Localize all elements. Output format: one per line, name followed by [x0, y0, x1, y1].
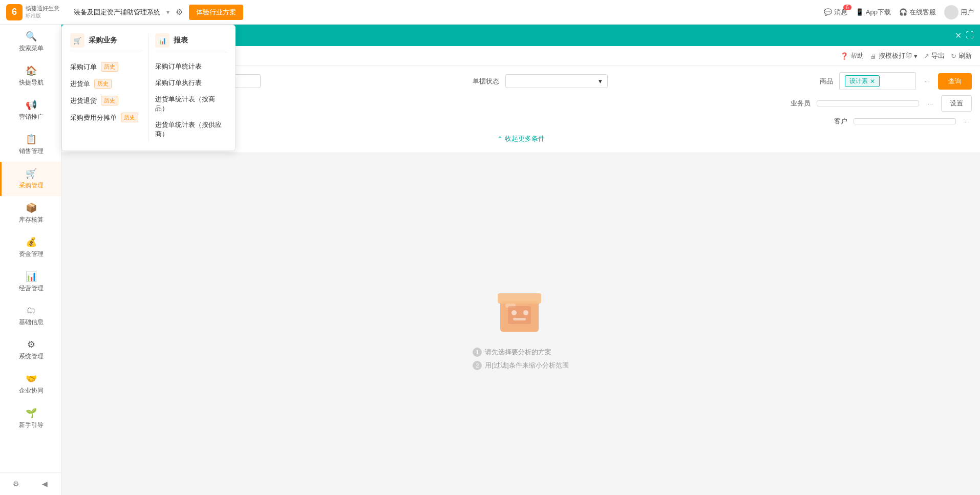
help-button[interactable]: ❓ 帮助 [840, 51, 864, 60]
salesman-more-btn[interactable]: ··· [925, 100, 935, 107]
basic-icon: 🗂 [27, 305, 36, 316]
tab-close-window-icon[interactable]: ✕ [955, 31, 962, 40]
topbar-settings-icon[interactable]: ⚙ [176, 7, 183, 17]
customer-label: 客户 [834, 117, 847, 126]
empty-state: 1 请先选择要分析的方案 2 用[过滤]条件来缩小分析范围 [473, 278, 568, 370]
purchase-col-title: 采购业务 [89, 36, 117, 45]
avatar [944, 5, 958, 19]
print-dropdown-icon[interactable]: ▾ [914, 52, 918, 60]
menu-item-purchase-order[interactable]: 采购订单 历史 [70, 58, 142, 75]
goods-tag-remove[interactable]: ✕ [870, 78, 875, 85]
finance-icon: 💰 [26, 236, 37, 248]
print-icon: 🖨 [870, 52, 877, 60]
sidebar-item-quick-nav[interactable]: 🏠 快捷导航 [0, 59, 61, 93]
tab-maximize-icon[interactable]: ⛶ [966, 31, 974, 40]
messages-button[interactable]: 💬 消息 6 [824, 8, 847, 17]
purchase-dropdown-menu: 🛒 采购业务 采购订单 历史 进货单 历史 进货退货 历史 采购费用分摊单 历史 [61, 25, 236, 151]
menu-item-goods-return[interactable]: 进货退货 历史 [70, 92, 142, 109]
empty-text: 1 请先选择要分析的方案 2 用[过滤]条件来缩小分析范围 [473, 348, 568, 370]
enterprise-icon: 🤝 [26, 373, 37, 384]
history-badge-0: 历史 [101, 62, 118, 72]
sidebar-item-marketing[interactable]: 📢 营销推广 [0, 93, 61, 127]
svg-rect-1 [498, 293, 541, 304]
settings-button[interactable]: 设置 [941, 95, 972, 112]
sidebar-item-inventory[interactable]: 📦 库存核算 [0, 196, 61, 230]
history-badge-2: 历史 [101, 96, 118, 105]
top-middle: 装备及固定资产辅助管理系统 ▾ ⚙ 体验行业方案 [68, 5, 824, 20]
report-col-title: 报表 [174, 36, 188, 45]
salesman-input[interactable] [817, 100, 919, 106]
report-col-icon: 📊 [155, 33, 169, 48]
sidebar-collapse-button[interactable]: ◀ [33, 477, 57, 491]
sidebar-item-finance[interactable]: 💰 资金管理 [0, 230, 61, 265]
goods-tag: 设计素 ✕ [845, 75, 880, 87]
menu-item-purchase-expense[interactable]: 采购费用分摊单 历史 [70, 109, 142, 126]
menu-item-purchase-order-exec[interactable]: 采购订单执行表 [155, 75, 227, 91]
salesman-label: 业务员 [791, 99, 811, 108]
order-status-dropdown-icon: ▾ [599, 77, 602, 85]
customer-more-btn[interactable]: ··· [962, 118, 972, 125]
app-download-button[interactable]: 📱 App下载 [856, 8, 891, 17]
phone-icon: 📱 [856, 8, 864, 16]
sidebar: 🔍 搜索菜单 🏠 快捷导航 📢 营销推广 📋 销售管理 🛒 采购管理 📦 [0, 25, 61, 495]
customer-input[interactable] [854, 118, 956, 124]
logo-area: 6 畅捷通好生意 标准版 [6, 4, 68, 20]
svg-rect-3 [508, 306, 531, 324]
sidebar-item-sales[interactable]: 📋 销售管理 [0, 127, 61, 162]
purchase-col: 🛒 采购业务 采购订单 历史 进货单 历史 进货退货 历史 采购费用分摊单 历史 [70, 33, 142, 142]
top-right: 💬 消息 6 📱 App下载 🎧 在线客服 用户 [824, 5, 974, 19]
logo-text: 畅捷通好生意 [26, 5, 59, 12]
online-service-button[interactable]: 🎧 在线客服 [899, 8, 936, 17]
logo-sub: 标准版 [26, 12, 59, 19]
export-icon: ↗ [924, 52, 929, 60]
empty-hint-1: 1 请先选择要分析的方案 [473, 348, 568, 357]
sidebar-item-purchase[interactable]: 🛒 采购管理 [0, 162, 61, 196]
report-col: 📊 报表 采购订单统计表 采购订单执行表 进货单统计表（按商品） 进货单统计表（… [155, 33, 227, 142]
svg-rect-6 [513, 318, 526, 320]
collapse-up-icon: ⌃ [497, 135, 503, 143]
svg-point-4 [512, 310, 517, 315]
sidebar-item-system[interactable]: ⚙ 系统管理 [0, 333, 61, 367]
home-icon: 🏠 [26, 65, 37, 76]
purchase-icon: 🛒 [26, 168, 37, 179]
refresh-button[interactable]: ↻ 刷新 [951, 51, 972, 60]
query-button[interactable]: 查询 [938, 73, 972, 90]
sidebar-item-newbie[interactable]: 🌱 新手引导 [0, 401, 61, 436]
operations-icon: 📊 [26, 271, 37, 282]
print-button[interactable]: 🖨 按模板打印 ▾ [870, 51, 918, 60]
menu-item-goods-in[interactable]: 进货单 历史 [70, 75, 142, 92]
sales-icon: 📋 [26, 134, 37, 145]
marketing-icon: 📢 [26, 99, 37, 111]
order-status-input[interactable]: ▾ [505, 74, 608, 88]
goods-input[interactable]: 设计素 ✕ [839, 72, 916, 90]
history-badge-3: 历史 [121, 113, 138, 122]
refresh-icon: ↻ [951, 52, 956, 60]
goods-more-btn[interactable]: ··· [922, 77, 932, 85]
sidebar-item-operations[interactable]: 📊 经营管理 [0, 265, 61, 299]
sidebar-settings-button[interactable]: ⚙ [4, 477, 29, 491]
industry-button[interactable]: 体验行业方案 [189, 5, 243, 20]
menu-item-goods-in-stats-by-goods[interactable]: 进货单统计表（按商品） [155, 91, 227, 117]
empty-illustration [490, 278, 551, 339]
system-name: 装备及固定资产辅助管理系统 [74, 8, 160, 17]
menu-item-goods-in-stats-by-supplier[interactable]: 进货单统计表（按供应商） [155, 117, 227, 142]
inventory-icon: 📦 [26, 202, 37, 213]
purchase-col-header: 🛒 采购业务 [70, 33, 142, 52]
collapse-button[interactable]: ⌃ 收起更多条件 [497, 131, 545, 146]
system-dropdown-icon[interactable]: ▾ [166, 9, 169, 16]
headset-icon: 🎧 [899, 8, 907, 16]
system-icon: ⚙ [27, 339, 35, 350]
empty-svg [490, 278, 551, 339]
top-bar: 6 畅捷通好生意 标准版 装备及固定资产辅助管理系统 ▾ ⚙ 体验行业方案 💬 … [0, 0, 980, 25]
message-badge: 6 [843, 5, 851, 10]
hint-num-1: 1 [473, 348, 482, 357]
tab-bar-right: ✕ ⛶ [955, 31, 974, 40]
export-button[interactable]: ↗ 导出 [924, 51, 945, 60]
user-menu[interactable]: 用户 [944, 5, 974, 19]
sidebar-item-basic[interactable]: 🗂 基础信息 [0, 299, 61, 333]
menu-item-purchase-order-stats[interactable]: 采购订单统计表 [155, 58, 227, 75]
sidebar-item-enterprise[interactable]: 🤝 企业协同 [0, 367, 61, 401]
menu-divider [148, 33, 149, 142]
sidebar-item-search[interactable]: 🔍 搜索菜单 [0, 25, 61, 59]
main-content: 1 请先选择要分析的方案 2 用[过滤]条件来缩小分析范围 [61, 153, 980, 495]
